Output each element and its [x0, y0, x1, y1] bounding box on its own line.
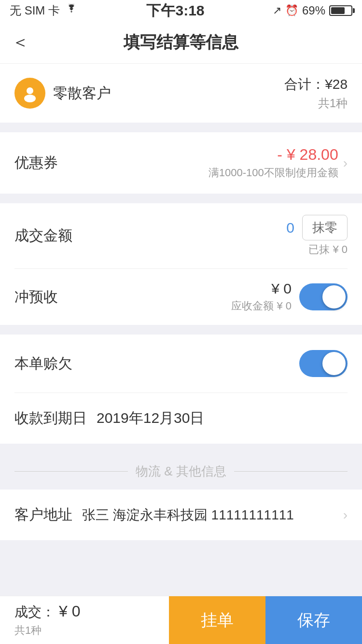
deal-amount-sub: 已抹 ¥ 0 [286, 242, 348, 257]
deal-section: 成交金额 0 抹零 已抹 ¥ 0 冲预收 ¥ 0 应收金额 ¥ 0 [0, 203, 362, 325]
customer-section: 零散客户 合计：¥28 共1种 [0, 64, 362, 123]
debt-toggle[interactable] [299, 350, 348, 377]
due-date-label: 收款到期日 [14, 408, 87, 428]
save-button[interactable]: 保存 [265, 596, 362, 644]
toggle-knob [322, 285, 346, 308]
coupon-row[interactable]: 优惠券 - ¥ 28.00 满1000-100不限制使用金额 › [0, 132, 362, 194]
coupon-discount: - ¥ 28.00 [209, 146, 338, 164]
bottom-deal-label: 成交： [14, 603, 55, 621]
prepaid-sub: 应收金额 ¥ 0 [231, 299, 292, 313]
total-amount: 合计：¥28 [284, 75, 348, 94]
address-chevron-icon: › [343, 507, 348, 523]
deal-amount-label: 成交金额 [14, 226, 72, 246]
due-date-row: 收款到期日 2019年12月30日 [0, 393, 362, 444]
deal-amount-value: 0 [286, 220, 294, 236]
coupon-label: 优惠券 [14, 153, 58, 173]
nav-bar: ＜ 填写结算等信息 [0, 21, 362, 64]
coupon-section: 优惠券 - ¥ 28.00 满1000-100不限制使用金额 › [0, 132, 362, 194]
bottom-info: 成交： ¥ 0 共1种 [0, 596, 169, 644]
debt-toggle-knob [322, 352, 346, 375]
due-date-value: 2019年12月30日 [97, 408, 204, 428]
svg-point-0 [27, 87, 33, 94]
chevron-right-icon: › [343, 155, 348, 171]
address-row[interactable]: 客户地址 张三 海淀永丰科技园 11111111111 › [0, 490, 362, 540]
content: 零散客户 合计：¥28 共1种 优惠券 - ¥ 28.00 满1000-100不… [0, 64, 362, 598]
prepaid-right: ¥ 0 应收金额 ¥ 0 [231, 280, 348, 313]
status-right: ↗ ⏰ 69% [273, 4, 352, 17]
debt-label: 本单赊欠 [14, 354, 72, 374]
carrier-label: 无 SIM 卡 [10, 3, 60, 18]
round-zero-button[interactable]: 抹零 [302, 215, 348, 240]
status-left: 无 SIM 卡 [10, 3, 78, 18]
prepaid-label: 冲预收 [14, 287, 58, 307]
address-label: 客户地址 [14, 505, 72, 525]
debt-row: 本单赊欠 [0, 335, 362, 392]
page-title: 填写结算等信息 [124, 31, 238, 54]
customer-right: 合计：¥28 共1种 [284, 75, 348, 111]
logistics-divider: 物流 & 其他信息 [0, 453, 362, 490]
alarm-icon: ⏰ [285, 4, 298, 17]
back-button[interactable]: ＜ [12, 30, 29, 54]
prepaid-row: 冲预收 ¥ 0 应收金额 ¥ 0 [0, 269, 362, 325]
customer-name: 零散客户 [53, 84, 111, 103]
location-icon: ↗ [273, 4, 281, 17]
address-left: 客户地址 张三 海淀永丰科技园 11111111111 [14, 505, 294, 525]
address-section: 客户地址 张三 海淀永丰科技园 11111111111 › [0, 490, 362, 540]
deal-amount-right: 0 抹零 已抹 ¥ 0 [286, 215, 348, 257]
status-time: 下午3:18 [146, 1, 204, 21]
hang-order-button[interactable]: 挂单 [169, 596, 265, 644]
deal-amount-row: 成交金额 0 抹零 已抹 ¥ 0 [0, 203, 362, 268]
svg-point-1 [24, 95, 36, 102]
logistics-line-right [234, 471, 348, 472]
prepaid-toggle[interactable] [299, 283, 348, 310]
prepaid-amount-block: ¥ 0 应收金额 ¥ 0 [231, 280, 292, 313]
bottom-bar: 成交： ¥ 0 共1种 挂单 保存 [0, 596, 362, 644]
customer-left: 零散客户 [14, 78, 111, 109]
coupon-desc: 满1000-100不限制使用金额 [209, 166, 338, 180]
prepaid-amount: ¥ 0 [231, 280, 292, 297]
battery-percent: 69% [302, 4, 325, 17]
avatar [14, 78, 45, 109]
coupon-right: - ¥ 28.00 满1000-100不限制使用金额 › [209, 146, 348, 180]
debt-section: 本单赊欠 收款到期日 2019年12月30日 [0, 335, 362, 444]
logistics-line-left [14, 471, 128, 472]
address-value: 张三 海淀永丰科技园 11111111111 [82, 506, 294, 524]
battery-icon [329, 5, 352, 16]
logistics-label: 物流 & 其他信息 [136, 463, 226, 480]
wifi-icon [65, 4, 78, 17]
bottom-deal-amount: ¥ 0 [59, 602, 80, 620]
status-bar: 无 SIM 卡 下午3:18 ↗ ⏰ 69% [0, 0, 362, 21]
bottom-count: 共1种 [14, 623, 154, 638]
customer-row: 零散客户 合计：¥28 共1种 [0, 64, 362, 123]
total-count: 共1种 [284, 96, 348, 111]
bottom-deal: 成交： ¥ 0 [14, 602, 154, 621]
coupon-info: - ¥ 28.00 满1000-100不限制使用金额 [209, 146, 338, 180]
